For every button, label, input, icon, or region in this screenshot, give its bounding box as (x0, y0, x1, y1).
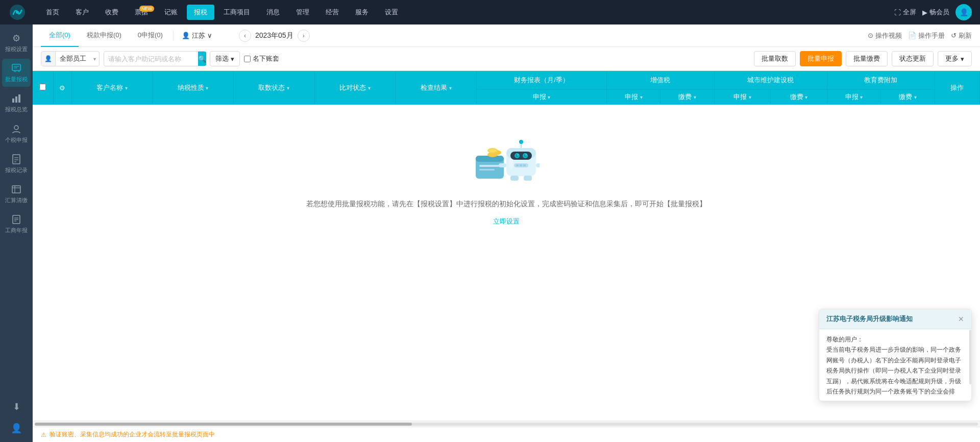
tab-bar: 全部(0) 税款申报(0) 0申报(0) 👤 江苏 ∨ ‹ 2023年05月 ›… (33, 24, 980, 47)
next-month-btn[interactable]: › (298, 30, 310, 42)
filter-button[interactable]: 筛选 ▾ (210, 51, 240, 66)
more-btn[interactable]: 更多 ▾ (938, 51, 972, 66)
finance-declare-filter[interactable]: ▾ (548, 94, 550, 100)
tab-right-actions: ⊙ 操作视频 📄 操作手册 ↺ 刷新 (868, 31, 972, 40)
th-fetch-status: 取数状态 ▾ (233, 71, 314, 105)
account-suite-checkbox[interactable]: 名下账套 (244, 54, 279, 63)
fetch-status-filter-icon[interactable]: ▾ (287, 85, 289, 91)
logo[interactable] (8, 3, 27, 21)
edu-declare-filter[interactable]: ▾ (860, 94, 863, 100)
bottom-bar: ⚠ 验证账密、采集信息均成功的企业才会流转至批量报税页面中 (33, 427, 980, 442)
select-all-checkbox[interactable] (39, 84, 46, 90)
table-header-row: ⚙ 客户名称 ▾ 纳税性质 ▾ 取数状态 ▾ (33, 71, 980, 89)
svg-point-1 (16, 11, 19, 14)
batch-declare-btn[interactable]: 批量申报 (800, 51, 842, 66)
controls-bar: 👤 全部员工 ▾ 🔍 筛选 ▾ 名下账套 批量取数 批量申报 批量缴费 (33, 47, 980, 71)
nav-operation[interactable]: 经营 (318, 5, 346, 20)
nav-tax[interactable]: 报税 (187, 5, 214, 20)
sidebar-item-tax-settings[interactable]: ⚙ 报税设置 (2, 29, 31, 57)
th-checkbox[interactable] (33, 71, 53, 105)
svg-point-10 (14, 126, 18, 130)
nav-accounting[interactable]: 记账 (157, 5, 185, 20)
svg-rect-41 (520, 164, 522, 166)
th-finance-report: 财务报表（月/季） (477, 71, 607, 89)
employee-icon: 👤 (41, 52, 56, 66)
region-select[interactable]: 👤 江苏 ∨ (176, 24, 218, 47)
scroll-track (35, 423, 978, 426)
sidebar-item-tax-records[interactable]: 报税记录 (2, 150, 31, 178)
nav-client[interactable]: 客户 (68, 5, 96, 20)
op-video-btn[interactable]: ⊙ 操作视频 (868, 31, 902, 40)
nav-message[interactable]: 消息 (259, 5, 287, 20)
svg-rect-47 (510, 176, 519, 181)
tax-type-filter-icon[interactable]: ▾ (206, 85, 208, 91)
search-input[interactable] (104, 55, 198, 63)
warning-icon: ⚠ (41, 431, 46, 438)
sidebar-user[interactable]: 👤 (2, 419, 31, 438)
fullscreen-btn[interactable]: ⛶ 全屏 (894, 8, 916, 17)
member-btn[interactable]: ▶ 畅会员 (922, 8, 949, 17)
user-avatar[interactable]: 👤 (955, 4, 972, 20)
employee-arrow: ▾ (90, 56, 99, 62)
th-vat-declare: 申报 ▾ (606, 89, 660, 105)
nav-home[interactable]: 首页 (39, 5, 66, 20)
account-suite-label: 名下账套 (253, 54, 279, 63)
sidebar-item-personal-tax[interactable]: 个税申报 (2, 119, 31, 148)
sidebar-item-annual-report[interactable]: 工商年报 (2, 210, 31, 238)
svg-rect-48 (524, 176, 532, 181)
setup-link[interactable]: 立即设置 (493, 217, 520, 226)
scroll-thumb[interactable] (35, 423, 412, 426)
notification-scrollbar[interactable] (969, 330, 971, 384)
refresh-btn[interactable]: ↺ 刷新 (951, 31, 972, 40)
th-tax-type: 纳税性质 ▾ (153, 71, 234, 105)
nav-service[interactable]: 服务 (348, 5, 376, 20)
tab-all[interactable]: 全部(0) (41, 24, 79, 47)
op-manual-btn[interactable]: 📄 操作手册 (908, 31, 945, 40)
tax-settings-label: 报税设置 (5, 46, 28, 53)
edu-pay-filter[interactable]: ▾ (914, 94, 917, 100)
sidebar-download[interactable]: ⬇ (2, 397, 31, 416)
top-nav-right: ⛶ 全屏 ▶ 畅会员 👤 (894, 4, 972, 20)
tax-settings-icon: ⚙ (11, 33, 22, 44)
vat-pay-filter[interactable]: ▾ (694, 94, 696, 100)
status-update-btn[interactable]: 状态更新 (892, 51, 934, 66)
sidebar-item-batch-tax[interactable]: 批量报税 (2, 59, 31, 87)
nav-manage[interactable]: 管理 (289, 5, 316, 20)
vat-declare-filter[interactable]: ▾ (640, 94, 643, 100)
svg-rect-2 (12, 64, 20, 70)
op-manual-icon: 📄 (908, 32, 916, 39)
prev-month-btn[interactable]: ‹ (239, 30, 251, 42)
city-declare-filter[interactable]: ▾ (749, 94, 751, 100)
settlement-icon (11, 184, 22, 195)
sidebar-item-settlement[interactable]: 汇算清缴 (2, 180, 31, 208)
tab-tax-declare[interactable]: 税款申报(0) (79, 24, 130, 47)
batch-fetch-btn[interactable]: 批量取数 (754, 51, 796, 66)
check-result-filter-icon[interactable]: ▾ (449, 85, 452, 91)
nav-billing[interactable]: 收费 (98, 5, 126, 20)
nav-bizproject[interactable]: 工商项目 (216, 5, 257, 20)
compare-status-filter-icon[interactable]: ▾ (368, 85, 371, 91)
region-label: 江苏 (192, 31, 205, 40)
svg-rect-46 (536, 163, 540, 167)
notification-popup: 江苏电子税务局升级影响通知 ✕ 尊敬的用户： 受当前电子税务局进一步升级的影响，… (819, 309, 972, 401)
member-icon: ▶ (922, 9, 927, 16)
annual-report-icon (11, 214, 22, 225)
tab-zero-declare[interactable]: 0申报(0) (130, 24, 171, 47)
filter-arrow-icon: ▾ (231, 55, 234, 63)
batch-pay-btn[interactable]: 批量缴费 (846, 51, 888, 66)
client-name-filter-icon[interactable]: ▾ (125, 85, 128, 91)
avatar-icon: 👤 (960, 8, 968, 16)
notification-close-btn[interactable]: ✕ (958, 315, 964, 323)
th-settings[interactable]: ⚙ (53, 71, 71, 105)
sidebar-item-tax-summary[interactable]: 报税总览 (2, 89, 31, 117)
nav-settings[interactable]: 设置 (378, 5, 405, 20)
batch-tax-label: 批量报税 (5, 76, 28, 83)
horizontal-scrollbar[interactable] (33, 421, 980, 427)
nav-invoice[interactable]: 票据 NEW (128, 5, 155, 20)
account-suite-check[interactable] (244, 56, 251, 62)
employee-select[interactable]: 👤 全部员工 ▾ (41, 51, 100, 66)
svg-rect-45 (499, 163, 506, 167)
search-button[interactable]: 🔍 (198, 52, 206, 66)
city-pay-filter[interactable]: ▾ (805, 94, 807, 100)
op-video-icon: ⊙ (868, 32, 873, 39)
